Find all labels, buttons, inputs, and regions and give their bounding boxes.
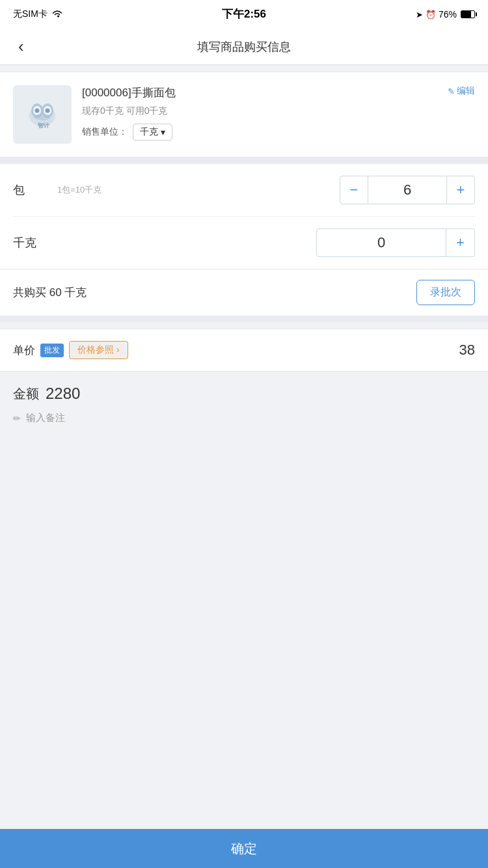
product-unit-row: 销售单位： 千克 ▾ — [82, 124, 475, 141]
nav-bar: ‹ 填写商品购买信息 — [0, 29, 488, 65]
bao-minus-button[interactable]: − — [340, 176, 368, 204]
product-info: [0000006]手撕面包 ✎ 编辑 现存0千克 可用0千克 销售单位： 千克 … — [82, 85, 475, 141]
kg-quantity-input[interactable] — [316, 228, 446, 257]
bao-plus-button[interactable]: + — [446, 176, 475, 204]
price-value: 38 — [459, 342, 475, 359]
unit-select[interactable]: 千克 ▾ — [133, 124, 172, 141]
wifi-icon — [51, 9, 63, 20]
product-name-row: [0000006]手撕面包 ✎ 编辑 — [82, 85, 475, 100]
amount-section: 金额 2280 ✏ 输入备注 — [0, 372, 488, 502]
battery-icon — [461, 10, 475, 18]
price-ref-button[interactable]: 价格参照 › — [69, 341, 128, 359]
svg-text:智计: 智计 — [37, 122, 50, 129]
unit-label: 销售单位： — [82, 126, 128, 138]
svg-point-5 — [35, 108, 40, 113]
unit-value: 千克 — [140, 126, 158, 138]
edit-icon: ✎ — [448, 87, 455, 96]
amount-label: 金额 — [13, 385, 39, 403]
product-logo: 智计 — [25, 95, 60, 135]
total-row: 共购买 60 千克 录批次 — [0, 269, 488, 316]
confirm-label: 确定 — [231, 840, 257, 858]
carrier-text: 无SIM卡 — [13, 8, 47, 20]
edit-label: 编辑 — [457, 85, 475, 97]
product-name: [0000006]手撕面包 — [82, 85, 176, 100]
bao-input-row: 包 1包=10千克 − + — [13, 164, 475, 217]
location-icon: ➤ — [416, 10, 423, 20]
bao-stepper: − + — [340, 176, 475, 204]
price-label: 单价 — [13, 343, 35, 358]
svg-point-7 — [34, 114, 50, 120]
kg-input-row: 千克 + — [13, 217, 475, 269]
bao-quantity-input[interactable] — [368, 176, 446, 204]
price-section: 单价 批发 价格参照 › 38 — [0, 329, 488, 372]
edit-button[interactable]: ✎ 编辑 — [448, 85, 475, 97]
product-card: 智计 [0000006]手撕面包 ✎ 编辑 现存0千克 可用0千克 销售单位： … — [0, 72, 488, 157]
back-button[interactable]: ‹ — [13, 31, 29, 62]
status-right: ➤ ⏰ 76% — [416, 9, 475, 20]
separator-1 — [0, 157, 488, 164]
product-stock: 现存0千克 可用0千克 — [82, 105, 475, 117]
status-bar: 无SIM卡 下午2:56 ➤ ⏰ 76% — [0, 0, 488, 29]
remark-placeholder: 输入备注 — [26, 412, 65, 424]
status-time: 下午2:56 — [222, 7, 266, 21]
kg-stepper: + — [316, 228, 475, 257]
batch-button[interactable]: 录批次 — [416, 280, 475, 305]
confirm-button[interactable]: 确定 — [0, 829, 488, 868]
kg-plus-button[interactable]: + — [446, 228, 475, 257]
svg-point-6 — [46, 108, 50, 113]
pencil-icon: ✏ — [13, 413, 21, 424]
bao-sublabel: 1包=10千克 — [57, 184, 102, 196]
amount-value: 2280 — [46, 385, 80, 403]
product-image: 智计 — [13, 85, 72, 144]
price-tag: 批发 — [40, 344, 64, 357]
alarm-icon: ⏰ — [426, 10, 436, 20]
battery-text: 76% — [439, 9, 457, 20]
remark-row[interactable]: ✏ 输入备注 — [13, 412, 475, 424]
status-left: 无SIM卡 — [13, 8, 63, 20]
quantity-section: 包 1包=10千克 − + 千克 + — [0, 164, 488, 269]
amount-row: 金额 2280 — [13, 385, 475, 403]
bao-label: 包 — [13, 182, 52, 198]
unit-arrow: ▾ — [161, 127, 165, 137]
total-text: 共购买 60 千克 — [13, 285, 87, 300]
separator-2 — [0, 316, 488, 322]
page-title: 填写商品购买信息 — [197, 39, 291, 55]
kg-label: 千克 — [13, 235, 52, 251]
